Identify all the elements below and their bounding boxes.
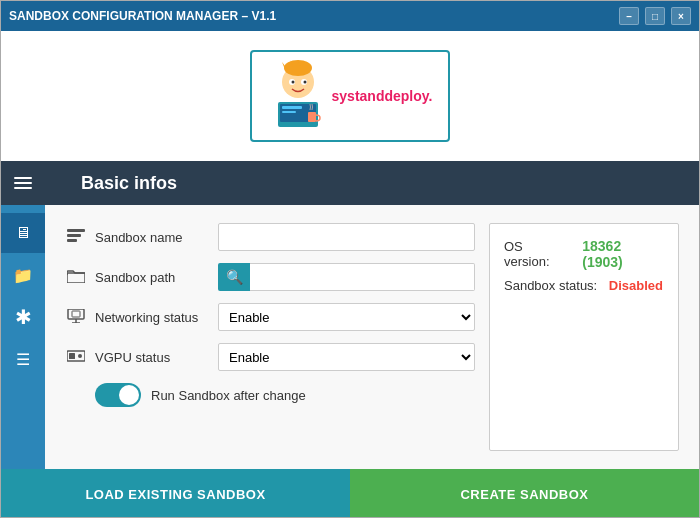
info-panel: OS version: 18362 (1903) Sandbox status:… — [489, 223, 679, 451]
path-row: 🔍 — [218, 263, 475, 291]
create-sandbox-button[interactable]: CREATE SANDBOX — [350, 469, 699, 518]
list-icon: ☰ — [16, 350, 30, 369]
sandbox-path-input[interactable] — [250, 263, 475, 291]
networking-label: Networking status — [95, 310, 210, 325]
svg-point-8 — [291, 81, 294, 84]
networking-select[interactable]: Enable Disable — [218, 303, 475, 331]
svg-rect-22 — [69, 353, 75, 359]
app-title: SANDBOX CONFIGURATION MANAGER – V1.1 — [9, 9, 276, 23]
maximize-button[interactable]: □ — [645, 7, 665, 25]
toggle-row: Run Sandbox after change — [65, 383, 475, 407]
vgpu-label: VGPU status — [95, 350, 210, 365]
logo-text: systanddeploy. — [332, 88, 433, 104]
content-area: Sandbox name Sandbox path 🔍 — [45, 205, 699, 469]
sandbox-status-value: Disabled — [609, 278, 663, 293]
svg-rect-14 — [308, 112, 316, 122]
form-section: Sandbox name Sandbox path 🔍 — [65, 223, 475, 451]
svg-rect-17 — [67, 239, 77, 242]
svg-rect-18 — [67, 273, 85, 283]
toggle-label: Run Sandbox after change — [151, 388, 306, 403]
sidebar-item-folder[interactable]: 📁 — [1, 255, 45, 295]
title-bar: SANDBOX CONFIGURATION MANAGER – V1.1 – □… — [1, 1, 699, 31]
svg-rect-20 — [72, 311, 80, 317]
networking-icon — [65, 309, 87, 326]
svg-rect-16 — [67, 234, 81, 237]
sandbox-name-input[interactable] — [218, 223, 475, 251]
run-sandbox-toggle[interactable] — [95, 383, 141, 407]
sidebar-item-asterisk[interactable]: ✱ — [1, 297, 45, 337]
folder-icon: 📁 — [13, 266, 33, 285]
sandbox-name-icon — [65, 229, 87, 246]
bottom-buttons: LOAD EXISTING SANDBOX CREATE SANDBOX — [1, 469, 699, 518]
svg-rect-15 — [67, 229, 85, 232]
window-controls: – □ × — [619, 7, 691, 25]
logo-area: systanddeploy. — [1, 31, 699, 161]
svg-point-9 — [303, 81, 306, 84]
sandbox-status-label: Sandbox status: — [504, 278, 597, 293]
os-version-label: OS version: — [504, 239, 571, 269]
hamburger-line-3 — [14, 187, 32, 189]
display-icon: 🖥 — [15, 224, 31, 242]
os-version-row: OS version: 18362 (1903) — [504, 238, 664, 270]
sandbox-path-label: Sandbox path — [95, 270, 210, 285]
hamburger-line-1 — [14, 177, 32, 179]
section-title: Basic infos — [81, 173, 177, 194]
sandbox-name-row: Sandbox name — [65, 223, 475, 251]
sandbox-path-icon — [65, 269, 87, 286]
vgpu-row: VGPU status Enable Disable — [65, 343, 475, 371]
sandbox-status-row: Sandbox status: Disabled — [504, 278, 664, 293]
svg-rect-12 — [282, 106, 302, 109]
vgpu-select[interactable]: Enable Disable — [218, 343, 475, 371]
hamburger-line-2 — [14, 182, 32, 184]
svg-rect-13 — [282, 111, 296, 113]
os-version-value: 18362 (1903) — [582, 238, 664, 270]
path-browse-button[interactable]: 🔍 — [218, 263, 250, 291]
load-sandbox-button[interactable]: LOAD EXISTING SANDBOX — [1, 469, 350, 518]
search-icon: 🔍 — [226, 269, 243, 285]
svg-point-23 — [78, 354, 82, 358]
sidebar-item-display[interactable]: 🖥 — [1, 213, 45, 253]
networking-row: Networking status Enable Disable — [65, 303, 475, 331]
close-button[interactable]: × — [671, 7, 691, 25]
sidebar: 🖥 📁 ✱ ☰ — [1, 205, 45, 469]
sidebar-item-list[interactable]: ☰ — [1, 339, 45, 379]
asterisk-icon: ✱ — [15, 305, 32, 329]
section-header: Basic infos — [1, 161, 699, 205]
main-layout: 🖥 📁 ✱ ☰ Sandbox name — [1, 205, 699, 469]
sandbox-path-row: Sandbox path 🔍 — [65, 263, 475, 291]
minimize-button[interactable]: – — [619, 7, 639, 25]
logo-box: systanddeploy. — [250, 50, 451, 142]
toggle-knob — [119, 385, 139, 405]
logo-mascot — [268, 60, 328, 132]
sandbox-name-label: Sandbox name — [95, 230, 210, 245]
vgpu-icon — [65, 349, 87, 366]
hamburger-menu[interactable] — [10, 173, 36, 193]
